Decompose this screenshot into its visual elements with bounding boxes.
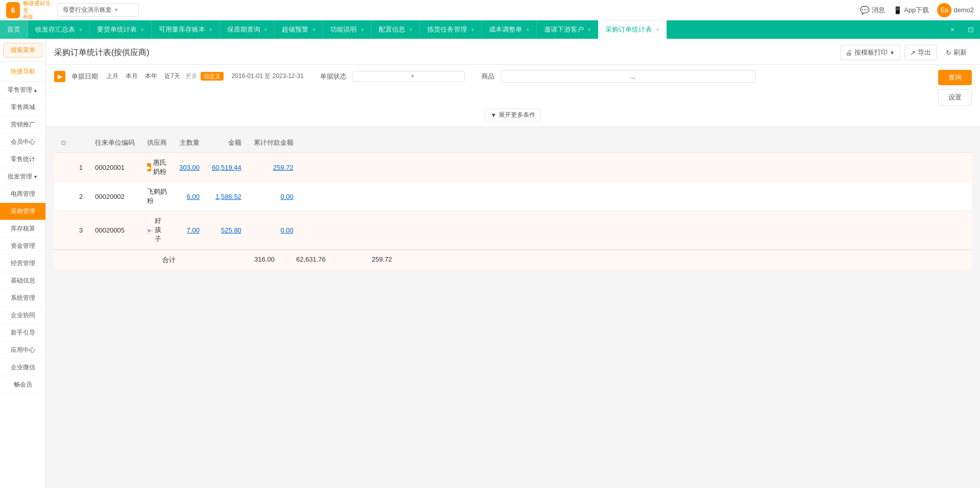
- row-2-amount[interactable]: 1,586.52: [206, 182, 248, 211]
- goods-more-icon[interactable]: ...: [630, 72, 751, 80]
- sidebar-item-purchase-mgmt[interactable]: 采购管理: [0, 203, 45, 220]
- date-shortcuts: 上月 本月 本年 近7天 更多 自定义: [104, 71, 224, 82]
- tab-home[interactable]: 首页: [0, 20, 28, 39]
- sidebar-item-retail-shop[interactable]: 零售商城: [0, 99, 45, 116]
- tab-available-stock[interactable]: 可用量库存账本 ×: [152, 20, 220, 39]
- tab-close-expiry-query[interactable]: ×: [264, 27, 267, 33]
- row-3-paid-amount[interactable]: 0.00: [248, 211, 300, 249]
- top-bar: 6 畅捷通好生意 标版 母婴行业演示账套 ▼ 💬 消息 📱 App下载 Ea d…: [0, 0, 980, 20]
- page-header: 采购订单统计表(按供应商) 🖨 按模板打印 ▼ ↗ 导出 ↻ 刷新: [46, 39, 980, 65]
- column-settings-icon[interactable]: ⚙: [60, 139, 67, 147]
- sidebar-item-enterprise-collab[interactable]: 企业协同: [0, 307, 45, 324]
- nav-tabs: 首页 收发存汇总表 × 要货单统计表 × 可用量库存账本 × 保质期查询 × 超…: [0, 20, 980, 39]
- row-3-quantity[interactable]: 7.00: [173, 211, 206, 249]
- sidebar-item-new-guide[interactable]: 新手引导: [0, 324, 45, 342]
- sidebar-item-capital-mgmt[interactable]: 资金管理: [0, 238, 45, 255]
- sidebar-item-enterprise-wechat[interactable]: 企业微信: [0, 359, 45, 376]
- tab-close-available-stock[interactable]: ×: [209, 27, 212, 33]
- row-2-quantity[interactable]: 6.00: [173, 182, 206, 211]
- sidebar-item-app-center[interactable]: 应用中心: [0, 342, 45, 359]
- sidebar-item-basic-info[interactable]: 基础信息: [0, 272, 45, 290]
- tab-close-pick-task[interactable]: ×: [471, 27, 474, 33]
- tab-purchase-stats[interactable]: 采购订单统计表 ×: [598, 20, 667, 39]
- shortcut-this-year[interactable]: 本年: [143, 71, 159, 82]
- row-3-expand-icon[interactable]: ▶: [147, 226, 153, 234]
- col-extra-header: [300, 133, 972, 153]
- workspace-selector[interactable]: 母婴行业演示账套 ▼: [57, 3, 139, 17]
- tab-close-overstock[interactable]: ×: [312, 27, 315, 33]
- tab-close-function-guide[interactable]: ×: [361, 27, 364, 33]
- row-1-quantity[interactable]: 303.00: [173, 153, 206, 182]
- tab-close-config-info[interactable]: ×: [409, 27, 412, 33]
- refresh-button[interactable]: ↻ 刷新: [941, 45, 972, 60]
- settings-button[interactable]: 设置: [938, 89, 972, 106]
- expand-more-button[interactable]: ▼ 展开更多条件: [485, 109, 541, 121]
- logo-icon: 6: [6, 2, 20, 18]
- goods-input[interactable]: ...: [501, 70, 756, 83]
- refresh-icon: ↻: [946, 49, 951, 57]
- shortcut-last-month[interactable]: 上月: [104, 71, 120, 82]
- tab-close-receive-send[interactable]: ×: [79, 27, 82, 33]
- tab-pick-task[interactable]: 拣货任务管理 ×: [420, 20, 482, 39]
- shortcut-more[interactable]: 更多: [185, 72, 198, 81]
- row-1-extra: [300, 153, 972, 182]
- tab-config-info[interactable]: 配置信息 ×: [372, 20, 420, 39]
- filter-expand-area: ▼ 展开更多条件: [54, 109, 972, 121]
- query-button[interactable]: 查询: [938, 70, 972, 85]
- col-index-header: [73, 133, 89, 153]
- footer-amount: 62,631.76: [285, 255, 336, 265]
- tab-invite-customer[interactable]: 邀请下游客户 ×: [537, 20, 599, 39]
- row-1-amount[interactable]: 60,519.44: [206, 153, 248, 182]
- row-1-supplier: ▶ 惠氏奶粉: [141, 153, 173, 182]
- quick-nav-button[interactable]: 快捷导航: [0, 64, 45, 79]
- user-avatar-area[interactable]: Ea demo2: [937, 3, 974, 17]
- row-3-amount[interactable]: 525.80: [206, 211, 248, 249]
- shortcut-this-month[interactable]: 本月: [124, 71, 140, 82]
- sidebar-item-operation-mgmt[interactable]: 经营管理: [0, 255, 45, 272]
- tab-close-purchase-stats[interactable]: ×: [656, 27, 659, 33]
- chevron-up-icon: ▲: [33, 88, 38, 93]
- row-2-paid-amount[interactable]: 0.00: [248, 182, 300, 211]
- footer-label: 合计: [162, 255, 234, 265]
- export-button[interactable]: ↗ 导出: [904, 45, 937, 60]
- tab-close-invite-customer[interactable]: ×: [588, 27, 591, 33]
- sidebar-item-member-center[interactable]: 会员中心: [0, 134, 45, 151]
- filter-toggle-button[interactable]: ▶: [54, 71, 65, 82]
- sidebar-item-system-mgmt[interactable]: 系统管理: [0, 290, 45, 307]
- content-area: 采购订单统计表(按供应商) 🖨 按模板打印 ▼ ↗ 导出 ↻ 刷新: [46, 39, 980, 488]
- tab-restore-button[interactable]: ⊡: [962, 20, 980, 39]
- shortcut-7-days[interactable]: 近7天: [162, 71, 182, 82]
- tab-close-cost-adjust[interactable]: ×: [526, 27, 529, 33]
- tab-overstock[interactable]: 超储预警 ×: [275, 20, 323, 39]
- search-menu-button[interactable]: 搜索菜单: [3, 43, 42, 58]
- status-dropdown-icon: ▼: [410, 73, 460, 79]
- tab-order-stats[interactable]: 要货单统计表 ×: [90, 20, 152, 39]
- sidebar-item-retail-stats[interactable]: 零售统计: [0, 151, 45, 168]
- row-3-index: 3: [73, 211, 89, 249]
- row-3-settings: [54, 211, 73, 249]
- print-button[interactable]: 🖨 按模板打印 ▼: [840, 45, 900, 60]
- col-settings-header: ⚙: [54, 133, 73, 153]
- sidebar-item-marketing[interactable]: 营销推广: [0, 116, 45, 134]
- app-download-button[interactable]: 📱 App下载: [893, 6, 929, 15]
- tab-close-order-stats[interactable]: ×: [141, 27, 144, 33]
- status-select[interactable]: ▼: [353, 71, 465, 82]
- sidebar-item-retail-mgmt[interactable]: 零售管理 ▲: [0, 82, 45, 99]
- custom-date-tag[interactable]: 自定义: [201, 72, 224, 81]
- row-1-expand-icon[interactable]: ▶: [147, 163, 151, 171]
- tab-close-all-button[interactable]: ×: [943, 20, 962, 39]
- avatar: Ea: [937, 3, 951, 17]
- sidebar-item-vip-member[interactable]: 畅会员: [0, 376, 45, 394]
- tab-cost-adjust[interactable]: 成本调整单 ×: [482, 20, 537, 39]
- row-2-supplier: 飞鹤奶粉: [141, 182, 173, 211]
- row-1-paid-amount[interactable]: 259.72: [248, 153, 300, 182]
- sidebar: 搜索菜单 快捷导航 零售管理 ▲ 零售商城 营销推广 会员中心 零售统计 批发管…: [0, 39, 46, 488]
- tab-function-guide[interactable]: 功能说明 ×: [323, 20, 372, 39]
- tab-receive-send[interactable]: 收发存汇总表 ×: [28, 20, 90, 39]
- tab-expiry-query[interactable]: 保质期查询 ×: [220, 20, 275, 39]
- message-button[interactable]: 💬 消息: [860, 6, 885, 15]
- row-1-unit-code: 00020001: [89, 153, 141, 182]
- sidebar-item-wholesale-mgmt[interactable]: 批发管理 ▼: [0, 168, 45, 186]
- sidebar-item-ecommerce-mgmt[interactable]: 电商管理: [0, 186, 45, 203]
- sidebar-item-inventory-check[interactable]: 库存核算: [0, 220, 45, 238]
